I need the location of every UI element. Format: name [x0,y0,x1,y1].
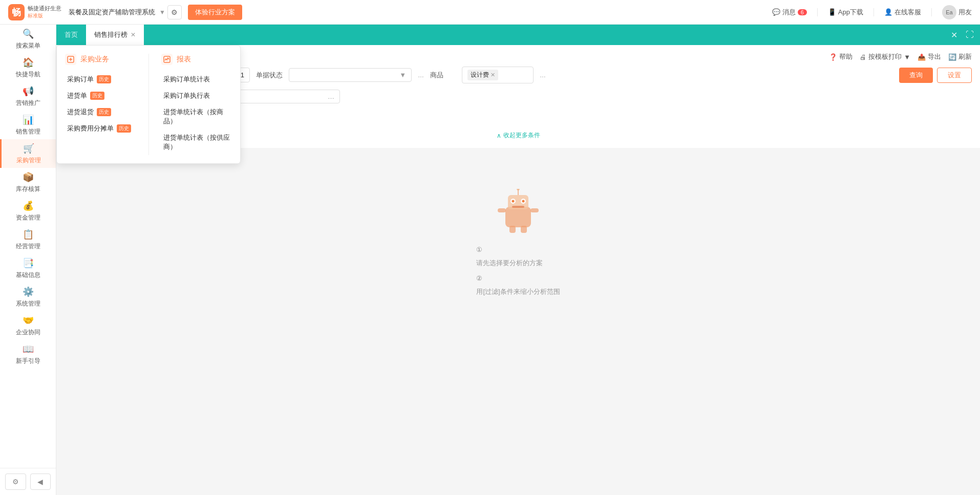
dropdown-arrow-icon[interactable]: ▼ [159,9,165,16]
svg-rect-6 [512,206,524,208]
print-arrow-icon: ▼ [904,53,910,61]
sidebar-item-operations[interactable]: 📋 经营管理 [0,225,56,254]
tab-sales-ranking-label: 销售排行榜 [94,30,127,39]
sidebar-item-guide[interactable]: 📖 新手引导 [0,340,56,369]
sidebar-item-enterprise[interactable]: 🤝 企业协同 [0,311,56,340]
service-icon: 👤 [884,8,892,16]
print-template-button[interactable]: 🖨 按模板打印 ▼ [860,52,910,61]
sidebar-label-marketing: 营销推广 [16,99,40,107]
industry-btn[interactable]: 体验行业方案 [188,5,242,20]
sidebar-label-quick-nav: 快捷导航 [16,70,40,79]
doc-status-label: 单据状态 [256,71,283,80]
user-area[interactable]: Ea 用友 [942,5,972,19]
avatar: Ea [942,5,956,19]
settings-bottom-button[interactable]: ⚙ [5,474,26,490]
print-icon: 🖨 [860,53,866,61]
salesman-select[interactable]: … [238,90,340,103]
svg-point-4 [512,200,514,203]
tab-home[interactable]: 首页 [56,25,86,45]
sidebar-label-system: 系统管理 [16,299,40,308]
report-col-icon [161,54,173,65]
marketing-icon: 📢 [23,85,34,97]
tab-sales-ranking[interactable]: 销售排行榜 ✕ [86,25,144,45]
doc-status-select[interactable]: ▼ [289,68,412,82]
menu-item-purchase-expense[interactable]: 采购费用分摊单 历史 [65,120,136,137]
sidebar-item-inventory[interactable]: 📦 库存核算 [0,168,56,197]
sidebar-item-base-info[interactable]: 📑 基础信息 [0,254,56,283]
sidebar-item-search[interactable]: 🔍 搜索菜单 [0,25,56,53]
menu-item-inbound-stats-goods[interactable]: 进货单统计表（按商品） [161,104,232,130]
tab-close-icon[interactable]: ✕ [131,31,136,38]
export-icon: 📤 [918,53,926,61]
tab-close-all-icon[interactable]: ✕ [949,28,960,42]
home-icon: 🏠 [23,57,34,68]
inventory-icon: 📦 [23,171,34,183]
report-col-header: 报表 [161,54,232,65]
sidebar-label-inventory: 库存核算 [16,185,40,193]
logo-text: 畅捷通好生意 [28,5,61,12]
sidebar-item-finance[interactable]: 💰 资金管理 [0,197,56,225]
sidebar-label-finance: 资金管理 [16,213,40,222]
goods-input[interactable]: 设计费 ✕ [462,67,534,83]
online-service-button[interactable]: 👤 在线客服 [884,8,921,17]
purchase-icon: 🛒 [23,143,34,154]
menu-item-purchase-order-exec[interactable]: 采购订单执行表 [161,88,232,104]
goods-more[interactable]: … [540,72,546,79]
sidebar-label-enterprise: 企业协同 [16,328,40,337]
sidebar-item-marketing[interactable]: 📢 营销推广 [0,82,56,111]
logo-area: 畅 畅捷通好生意 标准版 [8,4,65,20]
query-button[interactable]: 查询 [899,68,933,83]
history-badge-4: 历史 [117,124,131,133]
menu-item-inbound-stats-supplier[interactable]: 进货单统计表（按供应商） [161,130,232,155]
svg-rect-0 [505,207,531,227]
history-badge-3: 历史 [97,108,111,116]
message-icon: 💬 [772,8,780,16]
svg-point-12 [517,189,520,190]
sidebar-item-system[interactable]: ⚙️ 系统管理 [0,283,56,311]
help-button[interactable]: ❓ 帮助 [829,52,853,61]
divider2 [874,8,874,16]
empty-illustration [493,189,544,235]
salesman-arrow: … [328,93,334,100]
tab-bar: 首页 销售排行榜 ✕ ✕ ⛶ [56,25,980,45]
tab-maximize-icon[interactable]: ⛶ [964,28,976,41]
refresh-button[interactable]: 🔄 刷新 [948,52,972,61]
set-button[interactable]: 设置 [937,68,972,83]
tab-home-label: 首页 [65,30,78,39]
sidebar-item-quick-nav[interactable]: 🏠 快捷导航 [0,53,56,82]
sidebar-label-guide: 新手引导 [16,357,40,365]
base-info-icon: 📑 [23,257,34,269]
svg-rect-9 [509,226,516,233]
settings-button[interactable]: ⚙ [167,5,182,19]
sidebar-label-purchase: 采购管理 [16,156,41,165]
search-icon: 🔍 [23,28,34,39]
svg-point-5 [522,200,524,203]
menu-item-purchase-order-stats[interactable]: 采购订单统计表 [161,71,232,88]
phone-icon: 📱 [828,8,836,16]
menu-item-purchase-order[interactable]: 采购订单 历史 [65,71,136,88]
collapse-button[interactable]: ◀ [30,474,51,490]
goods-tag: 设计费 ✕ [467,70,498,80]
export-button[interactable]: 📤 导出 [918,52,941,61]
purchase-col-icon [65,54,76,65]
sidebar-label-sales: 销售管理 [16,127,40,136]
purchase-col: 采购业务 采购订单 历史 进货单 历史 进货退货 历史 采购费用分摊单 历史 [65,54,136,155]
message-button[interactable]: 💬 消息 6 [772,8,807,17]
doc-status-more[interactable]: … [418,72,424,79]
app-download-button[interactable]: 📱 App下载 [828,8,863,17]
system-title: 装餐及固定资产辅助管理系统 ▼ [69,8,165,17]
help-icon: ❓ [829,53,837,61]
menu-item-inbound-return[interactable]: 进货退货 历史 [65,104,136,120]
refresh-icon: 🔄 [948,53,956,61]
logo-badge: 标准版 [28,12,61,19]
message-badge: 6 [798,9,807,15]
empty-robot-svg [493,189,544,235]
operations-icon: 📋 [23,229,34,240]
menu-item-inbound[interactable]: 进货单 历史 [65,88,136,104]
goods-tag-close[interactable]: ✕ [491,72,495,78]
history-badge-2: 历史 [90,92,104,100]
sidebar-label-operations: 经营管理 [16,242,40,251]
sidebar-item-purchase[interactable]: 🛒 采购管理 [0,139,56,168]
sidebar-item-sales[interactable]: 📊 销售管理 [0,111,56,139]
doc-status-arrow: ▼ [399,71,406,79]
